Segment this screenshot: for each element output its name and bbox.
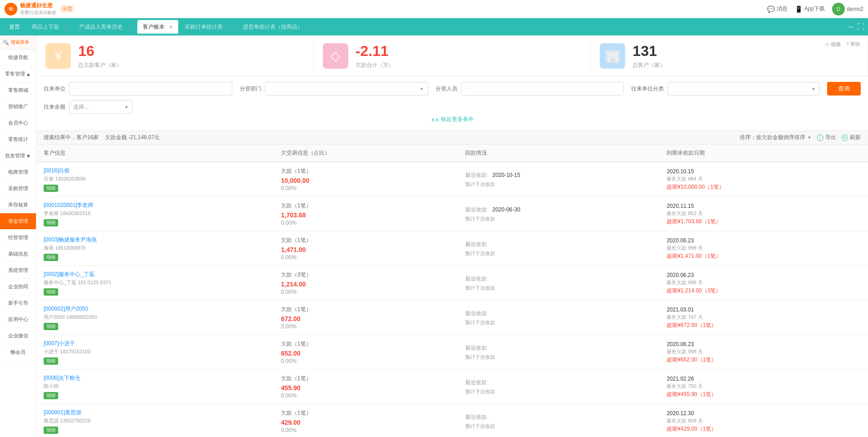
close-purchase-order-icon[interactable]: ✕: [227, 25, 231, 30]
sidebar-item-enterprise-wechat[interactable]: 企业微信: [0, 328, 36, 344]
stat-info-2: -2.11 欠款合计（万）: [356, 43, 394, 69]
stat-card-debt-total: ◇ -2.11 欠款合计（万）: [314, 35, 591, 76]
video-btn[interactable]: ⊙ 视频: [825, 41, 841, 48]
tab-product-shelf[interactable]: 商品上下架 ✕: [26, 20, 73, 34]
close-product-shelf-icon[interactable]: ✕: [64, 25, 67, 30]
customer-code-7[interactable]: [000001]黄思源: [44, 409, 81, 417]
app-download-btn[interactable]: 📱 App下载: [795, 5, 825, 13]
sidebar-search-label: 搜索菜单: [11, 39, 29, 45]
close-customer-account-icon[interactable]: ✕: [169, 25, 173, 30]
stats-row: ¥ 16 总欠款客户（家） ◇ -2.11 欠款合计（万）: [36, 35, 868, 76]
tab-product-history-label: 产成品入库单历史: [79, 23, 123, 31]
sidebar-item-retail-mall[interactable]: 零售商城: [0, 82, 36, 99]
money-icon: ¥: [55, 49, 62, 63]
filter-select-balance[interactable]: 选择... ▼: [69, 100, 133, 114]
debt-amount-2[interactable]: 1,471.00: [281, 246, 451, 253]
overdue-link-7[interactable]: 超期¥429.00（1笔）: [667, 426, 717, 432]
collapse-row[interactable]: ∧∧ 收起更多条件: [44, 114, 861, 125]
close-stock-summary-icon[interactable]: ✕: [307, 25, 311, 30]
debt-count-5: 欠款（1笔）: [281, 340, 451, 348]
filter-input-unit[interactable]: ···: [69, 82, 232, 95]
sidebar-item-purchase-mgmt[interactable]: 采购管理: [0, 181, 36, 197]
overdue-date-0: 2020.10.15: [667, 168, 861, 175]
sidebar-item-member-center[interactable]: 会员中心: [0, 115, 36, 131]
tab-product-history[interactable]: 产成品入库单历史 ✕: [74, 20, 136, 34]
debt-amount-7[interactable]: 429.00: [281, 419, 451, 426]
sidebar-item-batch-mgmt[interactable]: 批发管理 ▼: [0, 148, 36, 164]
tab-home[interactable]: 首页: [4, 20, 25, 34]
close-product-history-icon[interactable]: ✕: [127, 25, 131, 30]
overdue-link-4[interactable]: 超期¥672.00（1笔）: [667, 322, 717, 328]
tab-customer-account[interactable]: 客户账本 ✕: [137, 20, 178, 34]
tab-minimize-btn[interactable]: ─: [848, 23, 853, 31]
sidebar-item-marketing[interactable]: 营销推广: [0, 99, 36, 115]
table-row: [0001020001]李老师 李老师 18600391516 现销 欠款（1笔…: [36, 197, 868, 231]
customer-code-1[interactable]: [0001020001]李老师: [44, 201, 93, 209]
debt-count-1: 欠款（1笔）: [281, 202, 451, 210]
cell-debt-info-6: 欠款（1笔） 455.90 0.00%: [274, 370, 458, 404]
cell-overdue-3: 2020.06.23 最长欠款 998 天 超期¥1,214.00（3笔）: [659, 266, 868, 301]
customer-badge-3: 现销: [44, 288, 58, 296]
customer-code-3[interactable]: [0002]服务中心_丁磊: [44, 271, 95, 278]
customer-phone-6: 陈小帅: [44, 383, 266, 390]
tab-bar: 首页 商品上下架 ✕ 产成品入库单历史 ✕ 客户账本 ✕ 采购订单统计表 ✕ 进…: [0, 18, 868, 35]
overdue-link-5[interactable]: 超期¥652.00（1笔）: [667, 357, 717, 363]
overdue-days-3: 最长欠款 998 天: [667, 279, 861, 286]
debt-amount-6[interactable]: 455.90: [281, 384, 451, 392]
sort-chevron[interactable]: ▼: [807, 135, 812, 140]
filter-select-dept[interactable]: ▼: [265, 82, 428, 95]
refresh-btn[interactable]: ↻ 刷新: [842, 134, 861, 141]
filter-input-person[interactable]: ···: [461, 82, 624, 95]
sidebar-item-enterprise-collab[interactable]: 企业协同: [0, 279, 36, 295]
sidebar-item-retail-stats[interactable]: 零售统计: [0, 131, 36, 148]
customer-code-2[interactable]: [0003]畅捷服务尹海燕: [44, 236, 97, 244]
tab-stock-summary[interactable]: 进货单统计表（按商品） ✕: [237, 20, 316, 34]
customer-code-6[interactable]: [0006]去下粮仓: [44, 374, 80, 382]
debt-amount-4[interactable]: 672.00: [281, 315, 451, 322]
query-button[interactable]: 查询: [827, 82, 861, 95]
debt-amount-1[interactable]: 1,703.68: [281, 211, 451, 219]
filter-select-unit-class[interactable]: ▼: [667, 82, 820, 95]
sidebar-item-vip-member[interactable]: 畅会员: [0, 344, 36, 361]
message-label: 消息: [777, 5, 788, 13]
recovery-next-0: 预计下次收款: [465, 181, 652, 188]
sidebar-item-retail-mgmt[interactable]: 零售管理 ▲: [0, 66, 36, 82]
filter-balance-placeholder: 选择...: [73, 103, 89, 111]
customer-code-5[interactable]: [0007]小进干: [44, 340, 75, 347]
message-btn[interactable]: 💬 消息: [767, 5, 788, 13]
avatar: D: [832, 3, 845, 15]
debt-amount-5[interactable]: 652.00: [281, 350, 451, 357]
sidebar-item-quick-nav[interactable]: 快捷导航: [0, 50, 36, 66]
sidebar-item-finance-mgmt[interactable]: 资金管理: [0, 213, 36, 230]
logo-icon: 畅: [5, 3, 17, 15]
overdue-link-2[interactable]: 超期¥1,471.00（1笔）: [667, 253, 721, 259]
debt-amount-3[interactable]: 1,214.00: [281, 281, 451, 288]
help-btn[interactable]: ? 帮助: [846, 41, 860, 48]
customer-code-4[interactable]: [000002]用户2050: [44, 305, 88, 313]
debt-pct-2: 0.00%: [281, 254, 451, 261]
user-menu[interactable]: D demo2: [832, 3, 863, 15]
tab-expand-btn[interactable]: ⛶: [857, 23, 864, 31]
stat-number-debt-customers: 16: [78, 43, 122, 60]
customer-code-0[interactable]: [0016]吕俊: [44, 167, 70, 175]
sidebar-item-app-center[interactable]: 应用中心: [0, 311, 36, 328]
recovery-label-6: 最近收款: [465, 379, 487, 387]
cell-overdue-0: 2020.10.15 最长欠款 884 天 超期¥10,000.00（1笔）: [659, 162, 868, 197]
overdue-days-4: 最长欠款 747 天: [667, 314, 861, 321]
sidebar-item-basic-info[interactable]: 基础信息: [0, 246, 36, 262]
sidebar-item-ops-mgmt[interactable]: 经营管理: [0, 230, 36, 246]
export-btn[interactable]: ↑ 导出: [817, 134, 836, 141]
overdue-link-0[interactable]: 超期¥10,000.00（1笔）: [667, 184, 724, 190]
debt-amount-0[interactable]: 10,000.00: [281, 177, 451, 184]
sidebar-item-new-guide[interactable]: 新手引导: [0, 295, 36, 311]
overdue-date-7: 2020.12.30: [667, 410, 861, 417]
sidebar-item-stock-check[interactable]: 库存核算: [0, 197, 36, 213]
sidebar-item-ecommerce-mgmt[interactable]: 电商管理: [0, 164, 36, 181]
overdue-link-6[interactable]: 超期¥455.90（1笔）: [667, 391, 717, 397]
overdue-link-3[interactable]: 超期¥1,214.00（3笔）: [667, 287, 721, 294]
overdue-link-1[interactable]: 超期¥1,703.68（1笔）: [667, 218, 721, 225]
cell-recovery-6: 最近收款 预计下次收款: [458, 370, 659, 404]
sidebar-item-sys-mgmt[interactable]: 系统管理: [0, 262, 36, 279]
tab-purchase-order[interactable]: 采购订单统计表 ✕: [179, 20, 236, 34]
sidebar-search[interactable]: 🔍 搜索菜单: [0, 35, 36, 50]
